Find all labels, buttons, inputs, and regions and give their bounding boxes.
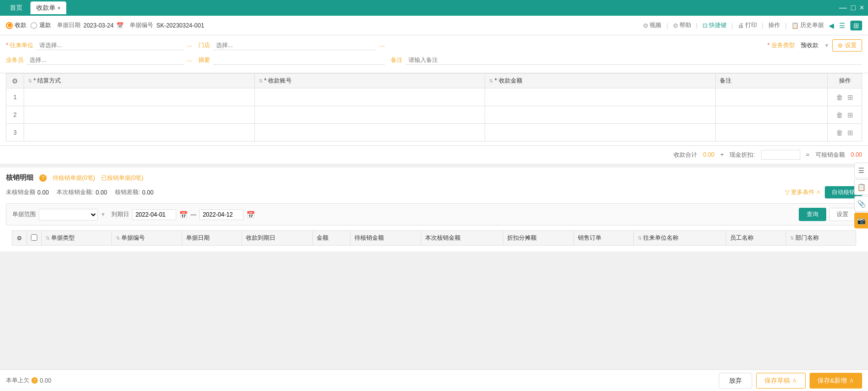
row-1-num: 1 [6, 88, 24, 106]
row-3-delete-btn[interactable]: 🗑 [835, 129, 844, 137]
receipt-table: ⚙ ⇅ * 结算方式 ⇅ * 收款账号 ⇅ * 收款金额 [6, 73, 862, 141]
divider5: | [785, 22, 787, 29]
staff-label: 业务员 [6, 56, 24, 64]
row-1-copy-btn[interactable]: ⊞ [846, 93, 855, 101]
row-2-settle[interactable] [24, 106, 255, 124]
stat-current: 本次核销金额: 0.00 [56, 188, 107, 196]
select-all-checkbox[interactable] [31, 234, 37, 241]
staff-more-icon[interactable]: ··· [187, 56, 192, 64]
radio-receipt[interactable]: 收款 [6, 21, 27, 29]
discount-input[interactable] [761, 150, 800, 160]
bottom-table-section: ⚙ ⇅ 单据类型 ⇅ 单据编号 [6, 230, 862, 246]
row-2-copy-btn[interactable]: ⊞ [846, 111, 855, 119]
business-type-arrow[interactable]: ▼ [824, 43, 829, 48]
filter-settings-btn[interactable]: 设置 [829, 208, 856, 221]
remark-field: 备注 [391, 56, 862, 65]
col-account: ⇅ * 收款账号 [254, 74, 485, 88]
win-close[interactable]: × [860, 3, 864, 12]
radio-refund[interactable]: 退款 [30, 21, 51, 29]
row-3-amount[interactable] [485, 124, 716, 141]
store-more-icon[interactable]: ··· [379, 42, 385, 50]
tab-home[interactable]: 首页 [4, 1, 28, 14]
video-btn[interactable]: ⊙ 视频 [643, 21, 661, 29]
shortcut-icon: ⊡ [703, 22, 707, 29]
toolbar-right: ⊙ 视频 | ⊙ 帮助 | ⊡ 快捷键 | 🖨 打印 | 操作 | [643, 21, 862, 30]
col-pending: 待核销金额 [350, 231, 421, 246]
radio-receipt-label: 收款 [15, 21, 27, 29]
row-1-account[interactable] [254, 88, 485, 106]
row-2-delete-btn[interactable]: 🗑 [835, 111, 844, 119]
remark-input[interactable] [406, 56, 862, 65]
row-1-delete-btn[interactable]: 🗑 [835, 93, 844, 101]
form-section: 往来单位 ··· 门店 ··· 业务类型 预收款 ▼ ⚙ 设置 [0, 35, 868, 73]
done-tab[interactable]: 已核销单据(0笔) [101, 174, 144, 182]
float-doc-btn[interactable]: 📋 [854, 179, 868, 195]
discard-button[interactable]: 放弃 [719, 373, 752, 386]
stat-unverified: 未核销金额 0.00 [6, 188, 49, 196]
layout-grid[interactable]: ⊞ [850, 21, 862, 30]
query-btn[interactable]: 查询 [799, 208, 826, 221]
unverified-label: 未核销金额 [6, 188, 35, 196]
operation-btn[interactable]: 操作 [768, 21, 780, 29]
date-value: 2023-03-24 [83, 22, 113, 29]
win-minimize[interactable]: — [839, 3, 847, 12]
col-due: 收款到期日 [242, 231, 312, 246]
row-2-amount[interactable] [485, 106, 716, 124]
float-table-btn[interactable]: ☰ [854, 163, 868, 178]
row-3-copy-btn[interactable]: ⊞ [846, 129, 855, 137]
print-btn[interactable]: 🖨 打印 [738, 21, 757, 29]
partner-more-icon[interactable]: ··· [187, 42, 192, 50]
layout-prev[interactable]: ◀ [829, 22, 834, 29]
win-maximize[interactable]: □ [851, 3, 856, 12]
verify-stats: 未核销金额 0.00 本次核销金额: 0.00 核销差额: 0.00 ▽ 更多条… [6, 186, 862, 198]
business-type-label: 业务类型 [767, 41, 795, 50]
store-input[interactable] [213, 41, 376, 50]
float-camera-btn[interactable]: 📷 [854, 213, 868, 228]
staff-field: 业务员 ··· [6, 56, 192, 65]
shortcut-btn[interactable]: ⊡ 快捷键 [703, 21, 727, 29]
order-info-icon[interactable]: ? [31, 377, 38, 384]
table-settings-header: ⚙ [6, 74, 24, 88]
table-row: 2 🗑 ⊞ [6, 106, 862, 124]
tab-receipt[interactable]: 收款单 × [30, 1, 66, 14]
help-btn[interactable]: ⊙ 帮助 [673, 21, 691, 29]
footer-bar: 本单上欠 ? 0.00 放弃 保存草稿 ∧ 保存&新增 ∧ [0, 369, 868, 385]
float-attach-btn[interactable]: 📎 [854, 196, 868, 212]
diff-label: 核销差额: [115, 188, 140, 196]
range-select[interactable] [39, 209, 98, 221]
row-1-remark[interactable] [715, 88, 827, 106]
tab-close-icon[interactable]: × [57, 5, 60, 11]
cal-to-icon[interactable]: 📅 [246, 211, 255, 219]
row-1-amount[interactable] [485, 88, 716, 106]
row-3-account[interactable] [254, 124, 485, 141]
row-2-remark[interactable] [715, 106, 827, 124]
table-settings-icon[interactable]: ⚙ [12, 77, 18, 85]
abstract-input[interactable] [213, 56, 385, 65]
no-label: 单据编号 [130, 21, 153, 29]
pending-tab[interactable]: 待核销单据(0笔) [53, 174, 95, 182]
range-arrow[interactable]: ▼ [101, 212, 106, 217]
cal-from-icon[interactable]: 📅 [179, 211, 188, 219]
date-to-input[interactable] [199, 209, 244, 220]
save-new-button[interactable]: 保存&新增 ∧ [810, 373, 862, 386]
row-3-settle[interactable] [24, 124, 255, 141]
row-3-remark[interactable] [715, 124, 827, 141]
setup-button[interactable]: ⚙ 设置 [832, 39, 862, 52]
layout-menu[interactable]: ☰ [839, 22, 845, 29]
row-2-account[interactable] [254, 106, 485, 124]
save-draft-label: 保存草稿 ∧ [764, 376, 797, 385]
calendar-icon[interactable]: 📅 [116, 22, 124, 29]
staff-input[interactable] [27, 56, 184, 65]
more-filter-btn[interactable]: ▽ 更多条件 ∧ [785, 188, 821, 196]
row-1-settle[interactable] [24, 88, 255, 106]
store-field: 门店 ··· [198, 41, 385, 50]
verify-info-icon[interactable]: ? [39, 174, 47, 182]
history-btn[interactable]: 📋 历史单据 [791, 21, 824, 29]
gear-icon[interactable]: ⚙ [17, 235, 22, 242]
col-discount: 折扣分摊额 [503, 231, 573, 246]
save-draft-button[interactable]: 保存草稿 ∧ [756, 373, 806, 386]
partner-input[interactable] [36, 41, 184, 50]
divider4: | [762, 22, 763, 29]
video-label: 视频 [650, 21, 661, 29]
date-from-input[interactable] [132, 209, 176, 220]
